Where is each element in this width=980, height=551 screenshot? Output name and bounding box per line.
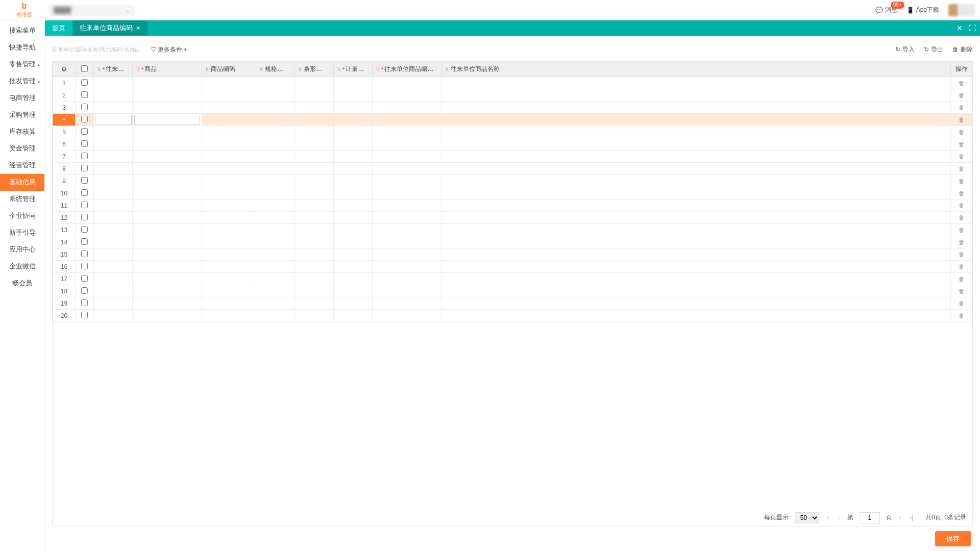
tab-home[interactable]: 首页 (45, 20, 72, 36)
logo-icon: b (22, 2, 27, 11)
tab-home-label: 首页 (52, 23, 65, 33)
messages-button[interactable]: 💬 消息 99+ (875, 6, 897, 14)
close-icon[interactable]: ✕ (136, 25, 140, 32)
chat-icon: 💬 (875, 7, 883, 14)
sidebar: 搜索菜单快捷导航零售管理▸批发管理▸电商管理采购管理库存核算资金管理经营管理基础… (0, 20, 45, 36)
org-selector[interactable]: ████ ⌄ (48, 5, 135, 16)
app-download-button[interactable]: 📱 App下载 (906, 6, 939, 14)
chevron-down-icon: ⌄ (125, 7, 130, 14)
tab-partner-product-code[interactable]: 往来单位商品编码 ✕ (72, 20, 148, 36)
tab-strip: 首页 往来单位商品编码 ✕ ✕ ⛶ (0, 20, 980, 36)
top-bar: b 标准版 ████ ⌄ 💬 消息 99+ 📱 App下载 (0, 0, 980, 20)
avatar[interactable] (948, 4, 975, 16)
brand-edition: 标准版 (17, 11, 32, 18)
messages-badge: 99+ (891, 2, 904, 9)
fullscreen-icon[interactable]: ⛶ (969, 24, 976, 32)
sidebar-item-label: 搜索菜单 (9, 27, 36, 35)
tab-close-all-icon[interactable]: ✕ (957, 24, 963, 32)
tab-active-label: 往来单位商品编码 (80, 23, 133, 33)
org-name: ████ (54, 7, 122, 14)
brand-logo: b 标准版 (5, 2, 43, 18)
sidebar-item[interactable]: 搜索菜单 (0, 22, 44, 36)
phone-icon: 📱 (906, 7, 914, 14)
top-actions: 💬 消息 99+ 📱 App下载 (875, 4, 975, 16)
app-download-label: App下载 (916, 6, 939, 14)
